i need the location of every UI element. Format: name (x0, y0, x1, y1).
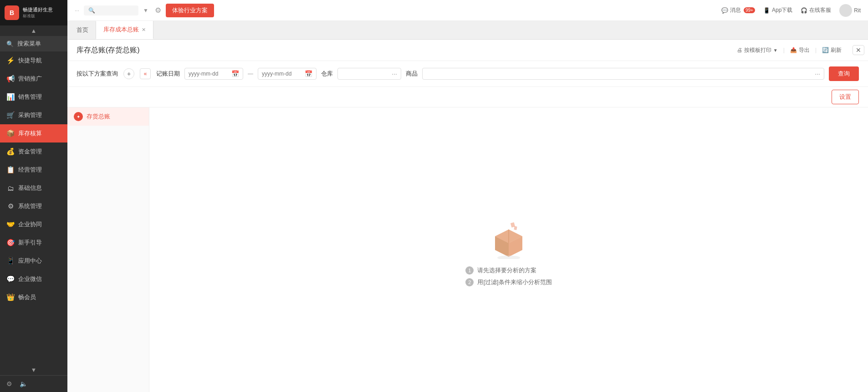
print-template-btn[interactable]: 🖨 按模板打印 ▼ (737, 46, 778, 54)
finance-icon: 💰 (6, 148, 15, 156)
newbie-icon: 🎯 (6, 239, 15, 247)
refresh-btn[interactable]: 🔄 刷新 (822, 46, 842, 54)
sidebar-item-label: 营销推广 (18, 75, 42, 83)
main-table-area: 1 请先选择要分析的方案 2 用[过滤]条件来缩小分析范围 (149, 107, 868, 392)
date-end-field[interactable] (262, 71, 303, 77)
filter-bar: 按以下方案查询 + « 记账日期 📅 — 📅 仓库 ··· (67, 61, 868, 87)
notification-label: 消息 (730, 6, 741, 14)
product-select[interactable]: ··· (422, 68, 824, 80)
user-avatar-item[interactable]: Rit (839, 4, 861, 17)
tip-num-2: 2 (465, 278, 474, 286)
date-start-field[interactable] (189, 71, 230, 77)
sales-icon: 📊 (6, 93, 15, 101)
system-icon: ⚙ (6, 202, 15, 210)
page-header: 库存总账(存货总账) 🖨 按模板打印 ▼ | 📤 导出 | 🔄 刷新 ✕ (67, 40, 868, 61)
sidebar-item-label: 畅会员 (18, 293, 36, 301)
sidebar-item-label: 基础信息 (18, 184, 42, 192)
print-chevron[interactable]: ▼ (773, 48, 778, 53)
settings-row: 设置 (67, 87, 868, 107)
sidebar-bottom: ⚙ 🔈 (0, 375, 67, 392)
app-download-label: App下载 (772, 6, 792, 14)
tab-inventory-cost[interactable]: 库存成本总账 ✕ (96, 21, 153, 39)
tab-close-icon[interactable]: ✕ (142, 27, 146, 33)
basic-icon: 🗂 (6, 184, 15, 192)
tip-text-2: 用[过滤]条件来缩小分析范围 (477, 278, 551, 286)
tab-home[interactable]: 首页 (69, 21, 96, 39)
filter-fields: 记账日期 📅 — 📅 仓库 ··· 商品 ··· (156, 66, 859, 81)
purchase-icon: 🛒 (6, 111, 15, 119)
export-icon: 📤 (790, 47, 797, 53)
apps-icon: 📱 (6, 257, 15, 265)
scheme-panel: ✦ 存货总账 (67, 107, 149, 392)
query-button[interactable]: 查询 (829, 66, 859, 81)
message-icon: 💬 (721, 7, 728, 14)
tabbar: 首页 库存成本总账 ✕ (67, 21, 868, 40)
export-btn[interactable]: 📤 导出 (790, 46, 810, 54)
phone-icon: 📱 (763, 7, 770, 14)
sidebar-item-label: 资金管理 (18, 148, 42, 156)
sidebar-item-shortcut[interactable]: ⚡ 快捷导航 (0, 51, 67, 70)
filter-add-btn[interactable]: + (123, 68, 134, 79)
sidebar-item-cooperation[interactable]: 🤝 企业协同 (0, 215, 67, 234)
topbar-chevron[interactable]: ▼ (143, 7, 148, 14)
settings-button[interactable]: 设置 (832, 90, 859, 104)
wechat-icon: 💬 (6, 275, 15, 283)
sidebar-item-system[interactable]: ⚙ 系统管理 (0, 197, 67, 215)
sidebar-item-finance[interactable]: 💰 资金管理 (0, 143, 67, 161)
date-separator: — (248, 71, 253, 77)
main-content: ··· 🔍 ▼ ⚙ 体验行业方案 💬 消息 99+ 📱 App下载 🎧 在线客服 (67, 0, 868, 392)
product-more-icon[interactable]: ··· (815, 70, 820, 77)
search-icon: 🔍 (6, 41, 14, 47)
industry-btn[interactable]: 体验行业方案 (166, 4, 214, 17)
refresh-icon: 🔄 (822, 47, 829, 53)
panel-toggle-btn[interactable]: ✕ (853, 45, 864, 55)
tab-home-label: 首页 (77, 26, 88, 34)
export-label: 导出 (799, 46, 810, 54)
search-menu-item[interactable]: 🔍 搜索菜单 (0, 36, 67, 51)
settings-icon[interactable]: ⚙ (6, 380, 12, 387)
sidebar-item-label: 销售管理 (18, 93, 42, 101)
topbar-gear-icon[interactable]: ⚙ (155, 6, 161, 15)
sidebar-item-wechat[interactable]: 💬 企业微信 (0, 270, 67, 288)
sidebar-item-apps[interactable]: 📱 应用中心 (0, 252, 67, 270)
sidebar-item-basic[interactable]: 🗂 基础信息 (0, 179, 67, 197)
sidebar-item-sales[interactable]: 📊 销售管理 (0, 88, 67, 106)
filter-label: 按以下方案查询 (77, 70, 118, 78)
date-start-input[interactable]: 📅 (184, 68, 243, 80)
scheme-item-stock-ledger[interactable]: ✦ 存货总账 (67, 107, 149, 126)
app-download-item[interactable]: 📱 App下载 (763, 6, 792, 14)
app-name: 畅捷通好生意 (23, 6, 53, 13)
notification-item[interactable]: 💬 消息 99+ (721, 6, 755, 14)
cooperation-icon: 🤝 (6, 220, 15, 229)
sidebar-item-marketing[interactable]: 📢 营销推广 (0, 70, 67, 88)
product-label: 商品 (406, 70, 418, 78)
sidebar-item-operations[interactable]: 📋 经营管理 (0, 161, 67, 179)
sidebar-item-label: 经营管理 (18, 166, 42, 174)
sidebar-nav: ⚡ 快捷导航 📢 营销推广 📊 销售管理 🛒 采购管理 📦 库存核算 💰 资金管… (0, 51, 67, 365)
warehouse-more-icon[interactable]: ··· (392, 70, 397, 77)
marketing-icon: 📢 (6, 75, 15, 83)
sidebar-item-member[interactable]: 👑 畅会员 (0, 288, 67, 306)
operations-icon: 📋 (6, 166, 15, 174)
empty-tip-1: 1 请先选择要分析的方案 (465, 266, 551, 275)
sidebar-item-label: 应用中心 (18, 257, 42, 265)
app-version: 标准版 (23, 13, 53, 19)
user-name: Rit (854, 7, 861, 14)
warehouse-select[interactable]: ··· (337, 68, 401, 80)
online-service-item[interactable]: 🎧 在线客服 (801, 6, 831, 14)
topbar-search[interactable]: 🔍 (84, 5, 138, 15)
sidebar-item-newbie[interactable]: 🎯 新手引导 (0, 234, 67, 252)
sidebar-item-label: 新手引导 (18, 239, 42, 247)
tab-inventory-cost-label: 库存成本总账 (103, 25, 139, 34)
filter-collapse-btn[interactable]: « (140, 68, 151, 79)
sidebar-item-purchase[interactable]: 🛒 采购管理 (0, 106, 67, 124)
sidebar-item-label: 快捷导航 (18, 56, 42, 65)
sidebar-scroll-down[interactable]: ▼ (0, 365, 67, 375)
date-end-input[interactable]: 📅 (258, 68, 317, 80)
speaker-icon[interactable]: 🔈 (20, 380, 27, 387)
sidebar-scroll-up[interactable]: ▲ (0, 25, 67, 36)
divider2: | (815, 47, 817, 53)
inventory-icon: 📦 (6, 129, 15, 137)
sidebar-item-inventory[interactable]: 📦 库存核算 (0, 124, 67, 143)
app-logo: B 畅捷通好生意 标准版 (0, 0, 67, 25)
